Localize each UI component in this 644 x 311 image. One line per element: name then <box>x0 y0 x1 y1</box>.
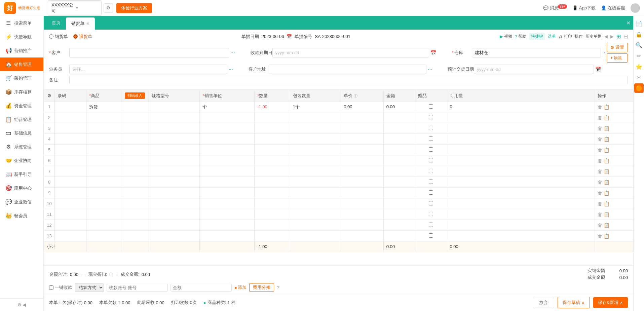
cell-amount[interactable] <box>383 123 415 134</box>
grid-view-icon[interactable]: ⊞ <box>616 33 621 40</box>
cell-spec[interactable] <box>149 145 200 155</box>
gift-checkbox[interactable] <box>429 147 433 152</box>
col-settings[interactable]: ⚙ <box>44 90 55 102</box>
gift-checkbox[interactable] <box>429 137 433 141</box>
cell-qty[interactable] <box>255 145 290 155</box>
delete-row-icon[interactable]: 🗑 <box>598 126 602 131</box>
sidebar-item-marketing[interactable]: 📢 营销推广 <box>0 44 43 57</box>
form-settings-button[interactable]: ⚙ 设置 <box>607 43 628 52</box>
close-all-tabs-button[interactable]: ✕ <box>626 20 631 26</box>
sidebar-item-wechat[interactable]: 💬 企业微信 <box>0 195 43 209</box>
cell-qty[interactable] <box>255 231 290 241</box>
cell-qty[interactable] <box>255 155 290 166</box>
cell-price[interactable]: 0.00 <box>341 102 384 112</box>
copy-row-icon[interactable]: 📋 <box>604 158 609 163</box>
cell-gift[interactable] <box>415 123 447 134</box>
cell-pack-qty[interactable] <box>290 188 341 198</box>
cell-amount[interactable] <box>383 177 415 188</box>
delete-row-icon[interactable]: 🗑 <box>598 223 602 228</box>
cell-unit[interactable] <box>200 177 255 188</box>
cell-price[interactable] <box>341 134 384 145</box>
logistics-button[interactable]: + 物流 <box>607 53 628 63</box>
cell-product[interactable] <box>86 112 122 123</box>
message-button[interactable]: 💬 消息 99+ <box>543 5 567 11</box>
cell-spec[interactable] <box>149 155 200 166</box>
radio-return-order-input[interactable] <box>73 34 78 39</box>
delete-row-icon[interactable]: 🗑 <box>598 147 602 153</box>
cell-gift[interactable] <box>415 177 447 188</box>
cell-gift[interactable] <box>415 198 447 209</box>
price-info-icon[interactable]: ⓘ <box>354 94 357 98</box>
copy-row-icon[interactable]: 📋 <box>604 104 609 110</box>
save-new-button[interactable]: 保存&新增 ∧ <box>593 297 628 308</box>
delete-row-icon[interactable]: 🗑 <box>598 212 602 217</box>
customer-input[interactable] <box>69 48 229 57</box>
cell-unit[interactable] <box>200 155 255 166</box>
cell-gift[interactable] <box>415 145 447 155</box>
cell-gift[interactable] <box>415 134 447 145</box>
cell-gift[interactable] <box>415 112 447 123</box>
onepay-checkbox[interactable] <box>49 285 53 290</box>
cell-spec[interactable] <box>149 209 200 220</box>
cell-pack-qty[interactable] <box>290 155 341 166</box>
cell-amount[interactable] <box>383 188 415 198</box>
avatar[interactable] <box>631 3 640 13</box>
cell-unit[interactable] <box>200 145 255 155</box>
right-icon-edit[interactable]: ✏ <box>634 51 644 61</box>
salesperson-more-icon[interactable]: ··· <box>229 66 233 72</box>
sidebar-item-quick-nav[interactable]: ⚡ 快捷导航 <box>0 30 43 44</box>
cell-qty[interactable] <box>255 198 290 209</box>
sidebar-item-system[interactable]: ⚙ 系统管理 <box>0 140 43 154</box>
copy-row-icon[interactable]: 📋 <box>604 180 609 185</box>
cell-barcode[interactable] <box>55 166 86 177</box>
cell-barcode[interactable] <box>55 155 86 166</box>
cell-amount[interactable]: 0.00 <box>383 102 415 112</box>
copy-row-icon[interactable]: 📋 <box>604 126 609 131</box>
cell-qty[interactable] <box>255 177 290 188</box>
expected-delivery-calendar-icon[interactable]: 📅 <box>595 67 601 72</box>
cell-gift[interactable] <box>415 188 447 198</box>
gift-checkbox[interactable] <box>429 115 433 119</box>
cell-barcode[interactable] <box>55 145 86 155</box>
sidebar-item-collab[interactable]: 🤝 企业协同 <box>0 154 43 167</box>
cell-unit[interactable] <box>200 188 255 198</box>
cell-barcode[interactable] <box>55 123 86 134</box>
sidebar-item-sales[interactable]: 🏠 销售管理 <box>0 57 43 71</box>
gift-checkbox[interactable] <box>429 180 433 184</box>
cell-unit[interactable] <box>200 231 255 241</box>
sidebar-item-operations[interactable]: 📋 经营管理 <box>0 113 43 126</box>
cell-amount[interactable] <box>383 231 415 241</box>
copy-row-icon[interactable]: 📋 <box>604 212 609 217</box>
customer-address-more-icon[interactable]: ··· <box>428 66 432 72</box>
cell-barcode[interactable] <box>55 231 86 241</box>
right-icon-doc[interactable]: 📄 <box>634 19 644 28</box>
cell-qty[interactable]: -1.00 <box>255 102 290 112</box>
delete-row-icon[interactable]: 🗑 <box>598 180 602 185</box>
right-icon-search[interactable]: 🔍 <box>634 40 644 50</box>
cell-amount[interactable] <box>383 220 415 231</box>
delete-row-icon[interactable]: 🗑 <box>598 190 602 196</box>
cell-pack-qty[interactable] <box>290 231 341 241</box>
select-button[interactable]: 选单 <box>548 34 556 39</box>
cell-unit[interactable] <box>200 220 255 231</box>
cell-pack-qty[interactable] <box>290 220 341 231</box>
warehouse-more-icon[interactable]: ··· <box>602 50 607 56</box>
cell-spec[interactable] <box>149 231 200 241</box>
cell-unit[interactable] <box>200 123 255 134</box>
cell-qty[interactable] <box>255 112 290 123</box>
cell-product[interactable] <box>86 220 122 231</box>
trial-button[interactable]: 体验行业方案 <box>116 3 152 13</box>
cell-amount[interactable] <box>383 155 415 166</box>
copy-row-icon[interactable]: 📋 <box>604 223 609 228</box>
cell-pack-qty[interactable] <box>290 209 341 220</box>
calendar-icon[interactable]: 📅 <box>287 34 292 39</box>
notes-input[interactable] <box>69 76 628 84</box>
gift-checkbox[interactable] <box>429 104 433 109</box>
print-button[interactable]: 🖨 打印 <box>559 34 572 39</box>
cell-price[interactable] <box>341 188 384 198</box>
cell-spec[interactable] <box>149 188 200 198</box>
cell-spec[interactable] <box>149 102 200 112</box>
cell-gift[interactable] <box>415 231 447 241</box>
cell-product[interactable] <box>86 209 122 220</box>
onepay-checkbox-label[interactable]: 一键收款 <box>49 284 72 290</box>
